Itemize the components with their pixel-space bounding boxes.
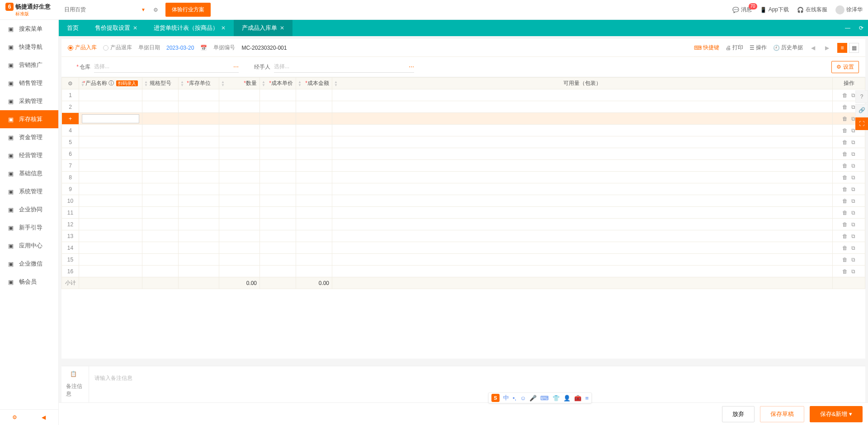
tab-0[interactable]: 首页: [59, 20, 87, 36]
remark-input[interactable]: 请输入备注信息: [89, 366, 865, 402]
table-row[interactable]: 1🗑⧉: [62, 89, 865, 101]
table-row[interactable]: 16🗑⧉: [62, 266, 865, 277]
next-doc[interactable]: ▶: [823, 45, 831, 51]
ime-keyboard-icon[interactable]: ⌨: [540, 395, 549, 402]
warehouse-select[interactable]: 选择... ⋯: [94, 61, 239, 73]
delete-row-icon[interactable]: 🗑: [840, 139, 849, 145]
table-row[interactable]: 12🗑⧉: [62, 219, 865, 230]
table-row[interactable]: 11🗑⧉: [62, 207, 865, 219]
table-row[interactable]: 8🗑⧉: [62, 172, 865, 183]
app-download-button[interactable]: 📱 App下载: [760, 6, 789, 14]
radio-product-out[interactable]: 产品退库: [103, 44, 132, 51]
prev-doc[interactable]: ◀: [809, 45, 817, 51]
copy-row-icon[interactable]: ⧉: [849, 210, 857, 216]
copy-row-icon[interactable]: ⧉: [849, 257, 857, 263]
settings-button[interactable]: ⚙ 设置: [831, 61, 859, 73]
product-name-input[interactable]: [82, 114, 139, 123]
print-link[interactable]: 🖨 打印: [726, 44, 743, 51]
table-row[interactable]: +🗑⧉: [62, 113, 865, 125]
delete-row-icon[interactable]: 🗑: [840, 210, 849, 216]
sidebar-settings[interactable]: ⚙: [0, 410, 29, 425]
sidebar-collapse[interactable]: ◀: [29, 410, 59, 425]
close-icon[interactable]: ✕: [221, 25, 226, 31]
table-row[interactable]: 6🗑⧉: [62, 148, 865, 160]
copy-row-icon[interactable]: ⧉: [849, 245, 857, 251]
table-row[interactable]: 9🗑⧉: [62, 183, 865, 195]
delete-row-icon[interactable]: 🗑: [840, 245, 849, 251]
discard-button[interactable]: 放弃: [722, 406, 755, 422]
col-price[interactable]: ▲▼*成本单价: [260, 78, 296, 89]
sidebar-item-14[interactable]: ▣畅会员: [0, 273, 58, 291]
copy-row-icon[interactable]: ⧉: [849, 221, 857, 228]
sidebar-item-5[interactable]: ▣库存核算: [0, 110, 58, 128]
history-link[interactable]: 🕘 历史单据: [773, 44, 803, 51]
sidebar-item-6[interactable]: ▣资金管理: [0, 128, 58, 146]
table-row[interactable]: 13🗑⧉: [62, 230, 865, 242]
copy-row-icon[interactable]: ⧉: [849, 186, 857, 192]
save-new-button[interactable]: 保存&新增 ▾: [810, 406, 863, 422]
sidebar-item-3[interactable]: ▣销售管理: [0, 74, 58, 92]
dock-help[interactable]: ?: [855, 90, 868, 103]
col-config[interactable]: ⚙: [62, 78, 79, 89]
table-row[interactable]: 14🗑⧉: [62, 242, 865, 254]
delete-row-icon[interactable]: 🗑: [840, 257, 849, 263]
delete-row-icon[interactable]: 🗑: [840, 233, 849, 239]
ime-mic-icon[interactable]: 🎤: [529, 395, 537, 402]
handler-more[interactable]: ⋯: [409, 64, 414, 70]
copy-row-icon[interactable]: ⧉: [849, 139, 857, 145]
user-menu[interactable]: 徐泽华: [835, 5, 863, 14]
operate-link[interactable]: ☰ 操作: [750, 44, 767, 51]
view-list[interactable]: ≡: [837, 43, 847, 53]
dock-expand[interactable]: ⛶: [855, 117, 868, 130]
delete-row-icon[interactable]: 🗑: [840, 92, 849, 98]
delete-row-icon[interactable]: 🗑: [840, 163, 849, 169]
sidebar-item-2[interactable]: ▣营销推广: [0, 56, 58, 74]
delete-row-icon[interactable]: 🗑: [840, 116, 849, 122]
delete-row-icon[interactable]: 🗑: [840, 198, 849, 204]
shortcut-link[interactable]: ⌨ 快捷键: [694, 44, 719, 51]
dock-link[interactable]: 🔗: [855, 104, 868, 117]
ime-skin-icon[interactable]: 👕: [552, 395, 560, 402]
table-row[interactable]: 5🗑⧉: [62, 136, 865, 148]
copy-row-icon[interactable]: ⧉: [849, 174, 857, 181]
delete-row-icon[interactable]: 🗑: [840, 221, 849, 228]
settings-icon[interactable]: ⚙: [150, 5, 161, 15]
table-row[interactable]: 7🗑⧉: [62, 160, 865, 172]
col-unit[interactable]: ▲▼*库存单位: [179, 78, 219, 89]
delete-row-icon[interactable]: 🗑: [840, 127, 849, 134]
sidebar-item-11[interactable]: ▣新手引导: [0, 219, 58, 237]
ime-punct-icon[interactable]: •,: [513, 395, 516, 402]
message-button[interactable]: 💬 消息 70: [732, 6, 752, 14]
sidebar-item-8[interactable]: ▣基础信息: [0, 164, 58, 182]
col-spec[interactable]: ▲▼规格型号: [142, 78, 179, 89]
save-draft-button[interactable]: 保存草稿: [760, 406, 804, 422]
handler-select[interactable]: 选择... ⋯: [274, 61, 414, 73]
copy-row-icon[interactable]: ⧉: [849, 233, 857, 239]
delete-row-icon[interactable]: 🗑: [840, 268, 849, 275]
tab-2[interactable]: 进货单统计表（按商品）✕: [146, 20, 234, 36]
col-available[interactable]: ▲▼可用量（包装）: [332, 78, 833, 89]
online-service-button[interactable]: 🎧 在线客服: [797, 6, 827, 14]
calendar-icon[interactable]: 📅: [200, 45, 207, 51]
radio-product-in[interactable]: 产品入库: [68, 44, 97, 51]
experience-button[interactable]: 体验行业方案: [165, 3, 211, 17]
ime-menu-icon[interactable]: ≡: [585, 395, 589, 402]
table-row[interactable]: 15🗑⧉: [62, 254, 865, 266]
copy-row-icon[interactable]: ⧉: [849, 268, 857, 275]
sidebar-item-0[interactable]: ▣搜索菜单: [0, 20, 58, 38]
delete-row-icon[interactable]: 🗑: [840, 104, 849, 110]
sidebar-item-10[interactable]: ▣企业协同: [0, 201, 58, 219]
sidebar-item-12[interactable]: ▣应用中心: [0, 237, 58, 255]
table-row[interactable]: 4🗑⧉: [62, 125, 865, 136]
delete-row-icon[interactable]: 🗑: [840, 151, 849, 157]
ime-lang[interactable]: 中: [503, 394, 509, 402]
store-selector[interactable]: 日用百货 ▼: [64, 6, 146, 14]
date-value[interactable]: 2023-03-20: [166, 45, 194, 51]
col-name[interactable]: ▲▼*产品名称 ⓘ 扫码录入: [79, 78, 142, 89]
table-row[interactable]: 2🗑⧉: [62, 101, 865, 113]
ime-bar[interactable]: S 中 •, ☺ 🎤 ⌨ 👕 👤 🧰 ≡: [488, 392, 592, 403]
sidebar-item-9[interactable]: ▣系统管理: [0, 182, 58, 201]
delete-row-icon[interactable]: 🗑: [840, 174, 849, 181]
sidebar-item-7[interactable]: ▣经营管理: [0, 146, 58, 164]
warehouse-more[interactable]: ⋯: [233, 64, 239, 70]
